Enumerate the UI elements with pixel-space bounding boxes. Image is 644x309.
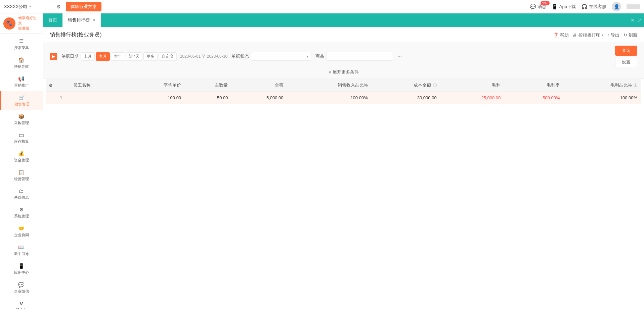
app-center-icon: 📱 bbox=[18, 263, 25, 269]
operations-icon: 📋 bbox=[18, 169, 25, 175]
help-icon: ❓ bbox=[553, 33, 559, 38]
message-btn[interactable]: 💬 消息 99+ bbox=[530, 4, 546, 10]
sales-icon: 🛒 bbox=[19, 95, 25, 101]
tab-home-label: 首页 bbox=[48, 17, 57, 23]
logo-area: 🐾 畅康通好生意 标准版 bbox=[0, 13, 43, 34]
row-cost-amount: 30,000.00 bbox=[372, 92, 441, 104]
sidebar-item-marketing[interactable]: 📢 营销推广 bbox=[0, 72, 43, 91]
status-filter-label: 单据状态 bbox=[231, 53, 249, 59]
sidebar-item-quick-nav[interactable]: 🏠 快捷导航 bbox=[0, 54, 43, 72]
col-gross-rate: 毛利率 bbox=[505, 79, 564, 92]
sidebar-item-app-center[interactable]: 📱 应用中心 bbox=[0, 260, 43, 278]
finance-icon: 💰 bbox=[18, 151, 25, 157]
date-filter-label: 单据日期 bbox=[61, 53, 79, 59]
help-btn[interactable]: ❓ 帮助 bbox=[553, 32, 569, 38]
status-select[interactable]: ▾ bbox=[251, 52, 311, 61]
table-row: 1 100.00 50.00 5,000.00 100.00% 30,000.0… bbox=[46, 92, 641, 104]
filter-ellipsis[interactable]: ··· bbox=[397, 53, 402, 59]
row-gross-pct: 100.00% bbox=[564, 92, 641, 104]
sidebar-item-operations[interactable]: 📋 经营管理 bbox=[0, 166, 43, 185]
tab-home[interactable]: 首页 bbox=[43, 13, 62, 27]
row-settings-cell bbox=[46, 92, 56, 104]
online-service-btn[interactable]: 🎧 在线客服 bbox=[581, 4, 606, 10]
filter-collapse-btn[interactable]: ▶ bbox=[50, 53, 57, 60]
date-btn-7days[interactable]: 近7天 bbox=[126, 52, 142, 61]
sidebar-label-sales: 销售管理 bbox=[14, 102, 29, 107]
sidebar-item-inventory[interactable]: 🗃 库存核算 bbox=[0, 129, 43, 147]
user-name bbox=[627, 4, 640, 9]
print-label: 按模板打印 bbox=[578, 32, 600, 38]
refresh-btn[interactable]: ↻ 刷新 bbox=[624, 32, 637, 38]
date-filter-group: 单据日期 上月 本月 本年 近7天 更多 自定义 2023-06-01 至 20… bbox=[61, 52, 227, 61]
print-template-btn[interactable]: 🖨 按模板打印 ▾ bbox=[573, 32, 603, 38]
online-service-label: 在线客服 bbox=[589, 4, 606, 10]
status-filter-group: 单据状态 ▾ bbox=[231, 52, 311, 61]
sidebar-item-basic-info[interactable]: 🗂 基础信息 bbox=[0, 185, 43, 203]
goods-select[interactable] bbox=[326, 52, 393, 61]
company-chevron-icon: ▾ bbox=[29, 4, 31, 9]
sidebar-item-vip[interactable]: V 畅会员 bbox=[0, 297, 43, 309]
tab-expand-icon[interactable]: ⤢ bbox=[637, 17, 641, 23]
tab-sales-ranking[interactable]: 销售排行榜 × bbox=[62, 13, 101, 27]
sidebar-item-guide[interactable]: 📖 新手引导 bbox=[0, 241, 43, 260]
date-btn-custom[interactable]: 自定义 bbox=[159, 52, 177, 61]
sidebar-label-vip: 畅会员 bbox=[16, 307, 27, 309]
col-cost-amount: 成本全额 ⓘ bbox=[372, 79, 441, 92]
basic-info-icon: 🗂 bbox=[19, 188, 24, 194]
help-label: 帮助 bbox=[560, 32, 569, 38]
sidebar-item-sales[interactable]: 🛒 销售管理 bbox=[0, 91, 43, 110]
sidebar-item-wechat[interactable]: 💬 企业微信 bbox=[0, 278, 43, 297]
col-settings[interactable]: ⚙ bbox=[46, 79, 56, 92]
row-rank: 1 bbox=[56, 92, 69, 104]
export-icon: ↑ bbox=[607, 33, 610, 38]
collab-icon: 🤝 bbox=[18, 225, 25, 231]
export-btn[interactable]: ↑ 导出 bbox=[607, 32, 620, 38]
settings-button[interactable]: 设置 bbox=[615, 57, 637, 67]
sidebar-label-search: 搜索菜单 bbox=[14, 45, 29, 50]
company-name: XXXXX公司 bbox=[4, 4, 27, 10]
col-sales-pct: 销售收入占比% bbox=[288, 79, 372, 92]
date-btn-last-month[interactable]: 上月 bbox=[81, 52, 95, 61]
vip-icon: V bbox=[19, 301, 23, 306]
app-download-label: App下载 bbox=[559, 4, 576, 10]
print-chevron-icon: ▾ bbox=[602, 33, 603, 37]
sidebar-item-purchase[interactable]: 📦 采购管理 bbox=[0, 110, 43, 129]
gross-pct-info-icon[interactable]: ⓘ bbox=[634, 83, 637, 87]
sidebar-label-purchase: 采购管理 bbox=[14, 120, 29, 125]
sidebar-label-app-center: 应用中心 bbox=[14, 270, 29, 275]
home-icon: 🏠 bbox=[18, 57, 25, 63]
page-title: 销售排行榜(按业务员) bbox=[50, 32, 102, 39]
row-gross-profit: -25,000.00 bbox=[441, 92, 505, 104]
date-btn-more[interactable]: 更多 bbox=[143, 52, 158, 61]
tab-close-window-icon[interactable]: ✕ bbox=[631, 17, 635, 23]
sidebar-label-marketing: 营销推广 bbox=[14, 83, 29, 88]
col-rank bbox=[56, 79, 69, 92]
sidebar-label-guide: 新手引导 bbox=[14, 251, 29, 256]
query-button[interactable]: 查询 bbox=[615, 46, 637, 56]
sidebar-item-search[interactable]: ☰ 搜索菜单 bbox=[0, 35, 43, 54]
row-main-qty: 50.00 bbox=[185, 92, 232, 104]
date-btn-this-year[interactable]: 本年 bbox=[111, 52, 125, 61]
search-icon: ☰ bbox=[19, 38, 24, 44]
sidebar-label-operations: 经营管理 bbox=[14, 176, 29, 182]
app-download-btn[interactable]: 📱 App下载 bbox=[552, 4, 576, 10]
row-sales-pct: 100.00% bbox=[288, 92, 372, 104]
sidebar-item-enterprise-collab[interactable]: 🤝 企业协同 bbox=[0, 222, 43, 241]
col-gross-profit: 毛利 bbox=[441, 79, 505, 92]
company-selector[interactable]: XXXXX公司 ▾ bbox=[4, 4, 51, 10]
sidebar-item-system[interactable]: ⚙ 系统管理 bbox=[0, 203, 43, 222]
cost-info-icon[interactable]: ⓘ bbox=[433, 83, 437, 87]
sidebar-item-finance[interactable]: 💰 资金管理 bbox=[0, 147, 43, 166]
guide-icon: 📖 bbox=[18, 244, 25, 250]
expand-more-btn[interactable]: ∨ 展开更多条件 bbox=[329, 69, 359, 75]
date-btn-this-month[interactable]: 本月 bbox=[96, 52, 110, 61]
settings-icon-btn[interactable]: ⚙ bbox=[54, 2, 63, 11]
goods-select-text bbox=[329, 54, 390, 59]
trial-btn[interactable]: 体验行业方案 bbox=[66, 2, 101, 11]
tab-close-icon[interactable]: × bbox=[93, 18, 95, 22]
sidebar-label-quick-nav: 快捷导航 bbox=[14, 64, 29, 69]
row-avg-price: 100.00 bbox=[129, 92, 185, 104]
expand-more-label: 展开更多条件 bbox=[333, 69, 359, 75]
message-icon: 💬 bbox=[530, 4, 536, 10]
sidebar-label-finance: 资金管理 bbox=[14, 158, 29, 163]
